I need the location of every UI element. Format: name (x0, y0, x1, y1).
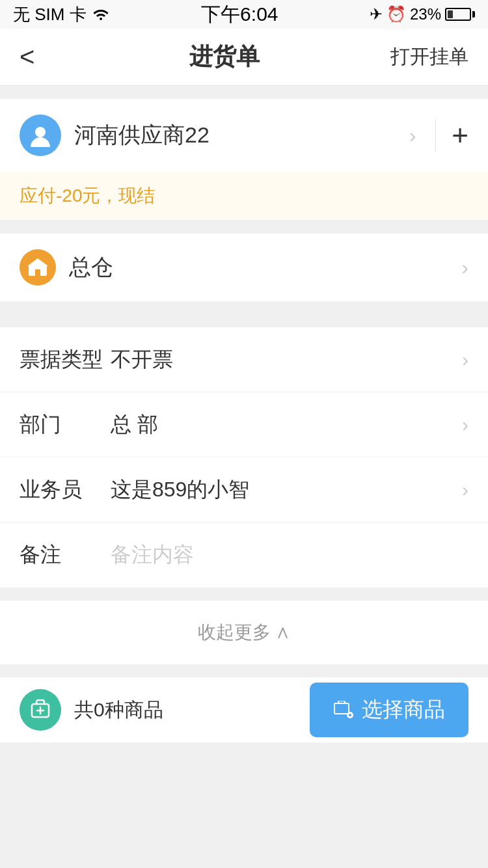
svg-rect-7 (334, 703, 349, 714)
page-title: 进货单 (189, 41, 260, 73)
supplier-chevron-icon: › (409, 124, 416, 148)
status-left: 无 SIM 卡 (13, 3, 110, 26)
status-time: 下午6:04 (201, 1, 278, 28)
alarm-icon: ⏰ (386, 5, 406, 23)
product-count-label: 共0种商品 (74, 697, 310, 724)
remark-label: 备注 (20, 541, 111, 569)
svg-marker-2 (27, 258, 48, 266)
location-icon: ✈ (370, 5, 383, 23)
nav-bar: < 进货单 打开挂单 (0, 29, 488, 86)
invoice-type-value: 不开票 (111, 346, 462, 374)
supplier-avatar (20, 115, 61, 156)
department-value: 总 部 (111, 411, 462, 439)
notice-text: 应付-20元，现结 (20, 185, 155, 206)
remark-row[interactable]: 备注 备注内容 (0, 522, 488, 588)
select-product-label: 选择商品 (362, 696, 445, 724)
notice-bar: 应付-20元，现结 (0, 172, 488, 220)
salesperson-value: 这是859的小智 (111, 476, 462, 504)
product-icon (20, 689, 61, 731)
open-pending-button[interactable]: 打开挂单 (390, 44, 468, 70)
carrier-label: 无 SIM 卡 (13, 3, 87, 26)
collapse-row[interactable]: 收起更多 ∧ (0, 601, 488, 664)
vertical-divider (435, 119, 436, 152)
select-product-button[interactable]: 选择商品 (310, 683, 468, 737)
invoice-type-row[interactable]: 票据类型 不开票 › (0, 327, 488, 392)
status-bar: 无 SIM 卡 下午6:04 ✈ ⏰ 23% (0, 0, 488, 29)
warehouse-name: 总仓 (69, 252, 461, 282)
warehouse-icon (20, 249, 56, 286)
back-button[interactable]: < (20, 42, 59, 72)
department-label: 部门 (20, 411, 111, 439)
svg-point-0 (35, 127, 46, 137)
section-gap-2 (0, 220, 488, 233)
remark-value: 备注内容 (111, 541, 468, 569)
bottom-bar: 共0种商品 选择商品 (0, 677, 488, 742)
wifi-icon (92, 5, 110, 25)
section-gap-1 (0, 86, 488, 99)
form-section: 票据类型 不开票 › 部门 总 部 › 业务员 这是859的小智 › 备注 备注… (0, 327, 488, 588)
salesperson-chevron-icon: › (462, 479, 468, 501)
battery-icon (445, 8, 475, 21)
invoice-type-chevron-icon: › (462, 349, 468, 371)
add-button[interactable]: + (452, 121, 468, 150)
svg-rect-3 (35, 269, 40, 276)
warehouse-chevron-icon: › (461, 256, 468, 280)
main-content: 河南供应商22 › + 应付-20元，现结 总仓 › 票据类型 不开票 (0, 86, 488, 868)
supplier-row[interactable]: 河南供应商22 › + (0, 99, 488, 172)
department-chevron-icon: › (462, 414, 468, 436)
status-right: ✈ ⏰ 23% (370, 5, 475, 23)
battery-percent: 23% (410, 5, 441, 23)
department-row[interactable]: 部门 总 部 › (0, 392, 488, 457)
warehouse-row[interactable]: 总仓 › (0, 233, 488, 301)
supplier-name: 河南供应商22 (74, 120, 409, 150)
salesperson-row[interactable]: 业务员 这是859的小智 › (0, 457, 488, 522)
collapse-label: 收起更多 ∧ (198, 620, 291, 645)
supplier-section: 河南供应商22 › + 应付-20元，现结 (0, 99, 488, 220)
salesperson-label: 业务员 (20, 476, 111, 504)
section-gap-3 (0, 301, 488, 314)
invoice-type-label: 票据类型 (20, 346, 111, 374)
